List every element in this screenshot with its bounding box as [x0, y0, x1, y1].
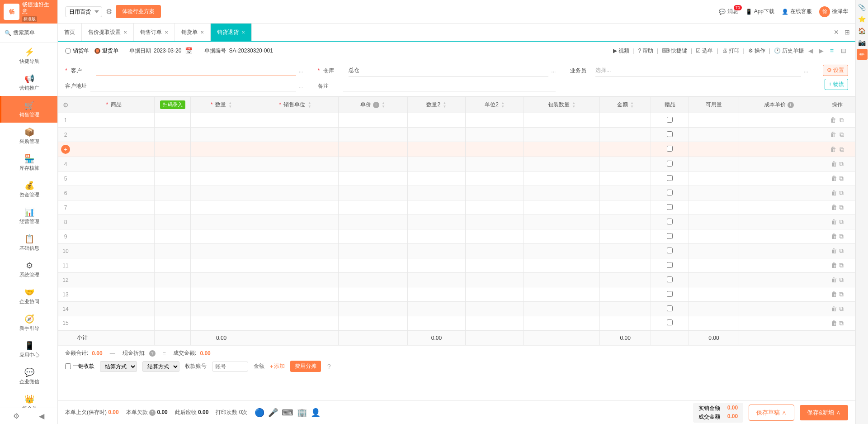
tab-sales-delivery[interactable]: 销货单 ✕ [175, 24, 211, 41]
delete-row-5[interactable]: 🗑 [830, 175, 838, 182]
search-menu-button[interactable]: 🔍 搜索菜单 [5, 27, 53, 38]
unit2-sort[interactable]: ▲ ▼ [501, 101, 505, 109]
tab-sales-order[interactable]: 销售订单 ✕ [134, 24, 175, 41]
address-picker-button[interactable]: ... [299, 83, 303, 90]
close-tab-button[interactable]: ✕ [832, 28, 841, 37]
copy-row-10[interactable]: ⧉ [838, 247, 844, 255]
copy-row-5[interactable]: ⧉ [838, 175, 844, 182]
video-button[interactable]: ▶ 视频 [613, 47, 629, 55]
delete-row-12[interactable]: 🗑 [830, 276, 838, 283]
sidebar-item-apps[interactable]: 📱 应用中心 [0, 336, 57, 363]
staff-input[interactable]: 选择... [595, 65, 801, 76]
history-button[interactable]: 🕐 历史单据 [774, 47, 804, 55]
online-service-button[interactable]: 👤 在线客服 [782, 8, 812, 15]
sidebar-settings-button[interactable]: ⚙ [13, 412, 19, 420]
radio-sales-return[interactable]: 退货单 [94, 47, 118, 55]
sidebar-item-system[interactable]: ⚙ 系统管理 [0, 256, 57, 283]
copy-row-8[interactable]: ⧉ [838, 218, 844, 226]
save-new-button[interactable]: 保存&新增 ∧ [800, 405, 848, 420]
gift-checkbox-1[interactable] [667, 117, 673, 123]
delete-row-11[interactable]: 🗑 [830, 262, 838, 269]
delete-row-14[interactable]: 🗑 [830, 305, 838, 312]
calc-method-select[interactable]: 结算方式 [142, 361, 179, 372]
right-panel-icon-1[interactable]: 📎 [857, 2, 868, 13]
quantity-sort[interactable]: ▲ ▼ [228, 101, 232, 109]
amount-sort[interactable]: ▲ ▼ [630, 101, 634, 109]
expense-help-button[interactable]: ? [326, 363, 332, 370]
delete-row-7[interactable]: 🗑 [830, 204, 838, 211]
list-view-button[interactable]: ≡ [828, 46, 835, 55]
sidebar-item-wechat[interactable]: 💬 企业微信 [0, 363, 57, 390]
sidebar-item-vip[interactable]: 👑 畅会员 [0, 390, 57, 408]
sidebar-item-inventory[interactable]: 🏪 库存核算 [0, 149, 57, 176]
unit-sort[interactable]: ▲ ▼ [308, 101, 311, 109]
sidebar-item-guide[interactable]: 🧭 新手引导 [0, 310, 57, 336]
scan-input-button[interactable]: 扫码录入 [160, 100, 185, 109]
operations-button[interactable]: ⚙ 操作 [748, 47, 765, 55]
customer-input[interactable] [96, 66, 296, 76]
gift-checkbox-12[interactable] [667, 276, 673, 282]
unit-price-info-icon[interactable]: i [373, 102, 379, 108]
one-click-pay-checkbox[interactable]: 一键收款 [65, 362, 94, 370]
industry-select[interactable]: 日用百货 [65, 6, 102, 17]
copy-row-13[interactable]: ⧉ [838, 291, 844, 298]
gift-checkbox-5[interactable] [667, 175, 673, 181]
copy-row-1-button[interactable]: ⧉ [839, 116, 845, 124]
cash-discount-info-icon[interactable]: ? [149, 350, 156, 357]
tab-home[interactable]: 首页 [58, 24, 82, 41]
settle-method-select[interactable]: 结算方式 [100, 361, 137, 372]
delete-row-2-button[interactable]: 🗑 [829, 131, 837, 138]
address-input[interactable] [90, 81, 296, 91]
account-input[interactable] [212, 362, 248, 372]
app-download-button[interactable]: 📱 App下载 [745, 8, 774, 15]
copy-row-11[interactable]: ⧉ [838, 262, 844, 269]
right-panel-icon-3[interactable]: 🏠 [857, 25, 868, 36]
delete-row-1-button[interactable]: 🗑 [829, 116, 837, 124]
delete-row-3-button[interactable]: 🗑 [829, 146, 837, 153]
prev-record-button[interactable]: ◀ [807, 47, 814, 54]
status-icon-5[interactable]: 👤 [311, 408, 321, 418]
gift-checkbox-15[interactable] [667, 319, 673, 325]
sidebar-item-cooperation[interactable]: 🤝 企业协同 [0, 283, 57, 310]
column-settings-button[interactable]: ⚙ [62, 101, 70, 109]
sidebar-item-finance[interactable]: 💰 资金管理 [0, 176, 57, 203]
sidebar-item-marketing[interactable]: 📢 营销推广 [0, 69, 57, 96]
message-button[interactable]: 💬 消息 70 [719, 8, 738, 15]
sidebar-item-basics[interactable]: 📋 基础信息 [0, 229, 57, 256]
right-panel-icon-5[interactable]: ✏ [857, 49, 868, 60]
bill-debt-info-icon[interactable]: ? [149, 410, 156, 416]
copy-row-14[interactable]: ⧉ [838, 305, 844, 313]
gift-checkbox-2[interactable] [667, 131, 673, 137]
delete-row-10[interactable]: 🗑 [830, 247, 838, 254]
copy-row-6[interactable]: ⧉ [838, 189, 844, 197]
one-click-pay-input[interactable] [65, 363, 71, 369]
sidebar-item-shortcuts[interactable]: ⚡ 快捷导航 [0, 43, 57, 69]
tab-price-settings[interactable]: 售价提取设置 ✕ [82, 24, 134, 41]
tab-sales-delivery-close[interactable]: ✕ [199, 30, 204, 35]
maximize-button[interactable]: ⊞ [843, 28, 852, 37]
logistics-button[interactable]: + 物流 [825, 79, 848, 90]
note-input[interactable] [343, 81, 556, 91]
add-row-button[interactable]: + [61, 145, 70, 154]
gift-checkbox-3[interactable] [667, 146, 673, 152]
sidebar-item-operations[interactable]: 📊 经营管理 [0, 203, 57, 229]
date-picker-button[interactable]: 📅 [184, 47, 193, 54]
gift-checkbox-10[interactable] [667, 248, 673, 253]
tab-sales-return-close[interactable]: ✕ [241, 30, 245, 35]
radio-sales-delivery[interactable]: 销货单 [65, 47, 89, 55]
expense-split-button[interactable]: 费用分摊 [290, 361, 321, 372]
setting-button[interactable]: ⚙ 设置 [823, 65, 848, 76]
gift-checkbox-4[interactable] [667, 161, 673, 167]
gift-checkbox-7[interactable] [667, 204, 673, 210]
experience-plan-button[interactable]: 体验行业方案 [116, 5, 161, 18]
delete-row-6[interactable]: 🗑 [830, 189, 838, 196]
form-view-button[interactable]: ⊟ [839, 46, 848, 55]
status-icon-1[interactable]: 🔵 [255, 408, 264, 418]
qty2-sort[interactable]: ▲ ▼ [443, 101, 446, 109]
delete-row-4[interactable]: 🗑 [830, 160, 838, 167]
gift-checkbox-14[interactable] [667, 305, 673, 311]
delete-row-8[interactable]: 🗑 [830, 218, 838, 225]
sidebar-item-purchase[interactable]: 📦 采购管理 [0, 123, 57, 149]
gift-checkbox-13[interactable] [667, 291, 673, 297]
print-button[interactable]: 🖨 打印 [722, 47, 740, 55]
